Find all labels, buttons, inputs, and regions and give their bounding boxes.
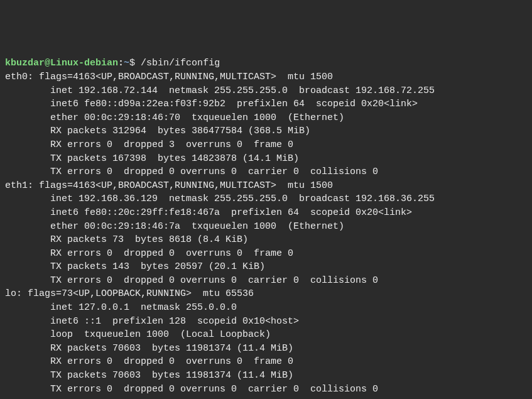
iface-rx-packets: RX packets 73 bytes 8618 (8.4 KiB) [5,233,527,247]
iface-inet: inet 127.0.0.1 netmask 255.0.0.0 [5,301,527,315]
prompt-dollar: $ [129,58,141,68]
iface-ether: ether 00:0c:29:18:46:7a txqueuelen 1000 … [5,220,527,234]
iface-tx-packets: TX packets 167398 bytes 14823878 (14.1 M… [5,152,527,166]
iface-ether: ether 00:0c:29:18:46:70 txqueuelen 1000 … [5,111,527,125]
iface-inet: inet 192.168.36.129 netmask 255.255.255.… [5,192,527,206]
iface-tx-errors: TX errors 0 dropped 0 overruns 0 carrier… [5,165,527,179]
iface-rx-packets: RX packets 70603 bytes 11981374 (11.4 Mi… [5,342,527,356]
iface-rx-errors: RX errors 0 dropped 3 overruns 0 frame 0 [5,138,527,152]
iface-rx-packets: RX packets 312964 bytes 386477584 (368.5… [5,124,527,138]
iface-rx-errors: RX errors 0 dropped 0 overruns 0 frame 0 [5,247,527,261]
prompt-user: kbuzdar [5,58,45,68]
terminal-output[interactable]: kbuzdar@Linux-debian:~$ /sbin/ifconfiget… [5,57,527,396]
iface-inet: inet 192.168.72.144 netmask 255.255.255.… [5,84,527,98]
prompt-line[interactable]: kbuzdar@Linux-debian:~$ /sbin/ifconfig [5,57,527,70]
iface-header-eth1: eth1: flags=4163<UP,BROADCAST,RUNNING,MU… [5,179,527,193]
iface-header-lo: lo: flags=73<UP,LOOPBACK,RUNNING> mtu 65… [5,287,527,301]
iface-tx-errors: TX errors 0 dropped 0 overruns 0 carrier… [5,383,527,396]
iface-inet6: inet6 ::1 prefixlen 128 scopeid 0x10<hos… [5,315,527,329]
iface-inet6: inet6 fe80::d99a:22ea:f03f:92b2 prefixle… [5,97,527,111]
iface-tx-packets: TX packets 70603 bytes 11981374 (11.4 Mi… [5,369,527,383]
iface-inet6: inet6 fe80::20c:29ff:fe18:467a prefixlen… [5,206,527,220]
iface-loop: loop txqueuelen 1000 (Local Loopback) [5,328,527,342]
prompt-at: @ [45,58,50,68]
prompt-path: ~ [124,58,129,68]
command-text: /sbin/ifconfig [141,58,220,68]
iface-tx-packets: TX packets 143 bytes 20597 (20.1 KiB) [5,260,527,274]
iface-tx-errors: TX errors 0 dropped 0 overruns 0 carrier… [5,274,527,288]
iface-header-eth0: eth0: flags=4163<UP,BROADCAST,RUNNING,MU… [5,70,527,84]
prompt-host: Linux-debian [50,58,118,68]
iface-rx-errors: RX errors 0 dropped 0 overruns 0 frame 0 [5,355,527,369]
prompt-colon: : [118,58,124,68]
